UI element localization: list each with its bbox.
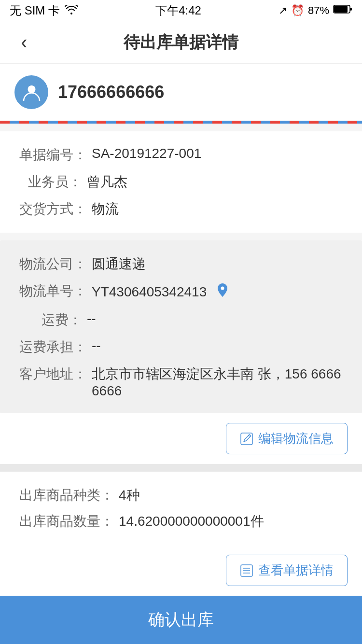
salesperson-label: 业务员： bbox=[19, 173, 82, 191]
product-type-label: 出库商品种类： bbox=[19, 486, 114, 504]
logistics-company-value: 圆通速递 bbox=[92, 255, 343, 273]
product-type-row: 出库商品种类： 4种 bbox=[19, 486, 343, 504]
svg-point-3 bbox=[28, 85, 35, 93]
status-bar: 无 SIM 卡 下午4:42 ↗ ⏰ 87% bbox=[0, 0, 362, 21]
edit-logistics-label: 编辑物流信息 bbox=[258, 430, 334, 447]
freight-label: 运费： bbox=[19, 311, 82, 329]
delivery-method-row: 交货方式： 物流 bbox=[19, 200, 343, 218]
product-section: 出库商品种类： 4种 出库商品数量： 14.620000000000001件 bbox=[0, 472, 362, 545]
product-qty-row: 出库商品数量： 14.620000000000001件 bbox=[19, 512, 343, 531]
dashed-divider bbox=[0, 121, 362, 124]
product-type-value: 4种 bbox=[119, 486, 140, 504]
confirm-button[interactable]: 确认出库 bbox=[148, 609, 214, 631]
customer-phone: 17666666666 bbox=[58, 82, 164, 102]
status-left: 无 SIM 卡 bbox=[10, 3, 78, 18]
tracking-row-inner: YT4306405342413 bbox=[87, 282, 231, 302]
freight-value: -- bbox=[87, 311, 343, 326]
customer-section: 17666666666 bbox=[0, 64, 362, 121]
salesperson-row: 业务员： 曾凡杰 bbox=[19, 173, 343, 191]
address-row: 客户地址： 北京市市辖区海淀区永丰南 张，156 6666 6666 bbox=[19, 365, 343, 399]
location-pin-icon[interactable] bbox=[214, 282, 231, 302]
page-title: 待出库单据详情 bbox=[124, 31, 238, 54]
address-value: 北京市市辖区海淀区永丰南 张，156 6666 6666 bbox=[92, 365, 343, 399]
svg-rect-1 bbox=[350, 8, 352, 11]
alarm-icon: ⏰ bbox=[291, 4, 304, 17]
svg-rect-2 bbox=[334, 6, 348, 13]
status-time: 下午4:42 bbox=[155, 3, 201, 18]
product-qty-value: 14.620000000000001件 bbox=[119, 512, 264, 531]
logistics-company-row: 物流公司： 圆通速递 bbox=[19, 255, 343, 273]
tracking-no-label: 物流单号： bbox=[19, 282, 87, 300]
separator-1 bbox=[0, 464, 362, 472]
document-no-value: SA-20191227-001 bbox=[92, 146, 343, 161]
nav-bar: ‹ 待出库单据详情 bbox=[0, 21, 362, 64]
confirm-bar: 确认出库 bbox=[0, 596, 362, 644]
delivery-method-value: 物流 bbox=[92, 200, 343, 218]
freight-row: 运费： -- bbox=[19, 311, 343, 329]
edit-logistics-button[interactable]: 编辑物流信息 bbox=[226, 423, 348, 454]
freight-bear-row: 运费承担： -- bbox=[19, 338, 343, 356]
edit-logistics-btn-row: 编辑物流信息 bbox=[0, 413, 362, 464]
freight-bear-label: 运费承担： bbox=[19, 338, 87, 356]
view-detail-label: 查看单据详情 bbox=[258, 562, 334, 579]
status-right: ↗ ⏰ 87% bbox=[278, 4, 352, 17]
document-no-label: 单据编号： bbox=[19, 146, 87, 164]
product-qty-label: 出库商品数量： bbox=[19, 512, 114, 531]
basic-info-section: 单据编号： SA-20191227-001 业务员： 曾凡杰 交货方式： 物流 bbox=[0, 131, 362, 233]
battery-icon bbox=[333, 4, 352, 17]
tracking-no-row: 物流单号： YT4306405342413 bbox=[19, 282, 343, 302]
back-button[interactable]: ‹ bbox=[10, 28, 39, 57]
battery-label: 87% bbox=[308, 4, 329, 17]
view-detail-button[interactable]: 查看单据详情 bbox=[226, 555, 348, 586]
svg-rect-5 bbox=[241, 433, 252, 445]
avatar bbox=[14, 75, 48, 109]
freight-bear-value: -- bbox=[92, 338, 343, 353]
address-label: 客户地址： bbox=[19, 365, 87, 383]
wifi-icon bbox=[65, 4, 78, 17]
logistics-section: 物流公司： 圆通速递 物流单号： YT4306405342413 运费： -- … bbox=[0, 240, 362, 413]
delivery-method-label: 交货方式： bbox=[19, 200, 87, 218]
location-icon: ↗ bbox=[278, 4, 287, 17]
svg-point-4 bbox=[221, 287, 224, 290]
document-no-row: 单据编号： SA-20191227-001 bbox=[19, 146, 343, 164]
tracking-no-value: YT4306405342413 bbox=[92, 284, 207, 300]
salesperson-value: 曾凡杰 bbox=[87, 173, 343, 191]
logistics-company-label: 物流公司： bbox=[19, 255, 87, 273]
view-detail-btn-row: 查看单据详情 bbox=[0, 545, 362, 596]
carrier-label: 无 SIM 卡 bbox=[10, 3, 60, 18]
